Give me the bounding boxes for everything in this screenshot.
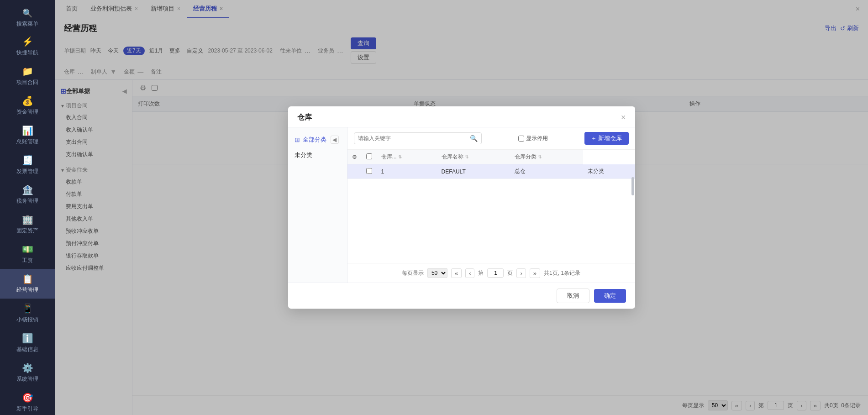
modal-page-size-label: 每页显示 — [402, 269, 424, 277]
modal-prev-page-btn[interactable]: ‹ — [465, 268, 474, 278]
row-category: 未分类 — [583, 164, 635, 179]
general-ledger-icon: 📊 — [22, 125, 33, 136]
modal-left-panel: ⊞ 全部分类 ◀ 未分类 — [288, 127, 347, 283]
operations-management-icon: 📋 — [22, 273, 33, 284]
modal-pagination: 每页显示 50 « ‹ 第 页 › » 共1页, 1条记录 — [347, 263, 635, 283]
grid-icon: ⊞ — [295, 136, 300, 143]
basic-info-icon: ℹ️ — [22, 333, 33, 344]
fixed-assets-icon: 🏢 — [22, 214, 33, 225]
modal-search-icon[interactable]: 🔍 — [470, 135, 478, 142]
sidebar-item-fixed-assets[interactable]: 🏢 固定资产 — [0, 210, 55, 239]
modal-table: ⚙ 仓库... ⇅ 仓库名称 ⇅ — [347, 150, 635, 179]
sidebar-item-system-management[interactable]: ⚙️ 系统管理 — [0, 358, 55, 388]
col-warehouse-category: 仓库分类 ⇅ — [510, 150, 583, 164]
warehouse-table-row[interactable]: 1 DEFAULT 总仓 未分类 — [347, 164, 635, 179]
new-user-guide-icon: 🎯 — [22, 392, 33, 403]
modal-all-categories[interactable]: ⊞ 全部分类 ◀ — [288, 132, 347, 147]
sidebar-item-general-ledger[interactable]: 📊 总账管理 — [0, 121, 55, 150]
modal-confirm-button[interactable]: 确定 — [594, 289, 626, 303]
modal-title: 仓库 — [297, 113, 312, 122]
system-management-icon: ⚙️ — [22, 362, 33, 373]
modal-select-all-checkbox[interactable] — [366, 153, 372, 159]
fund-management-icon: 💰 — [22, 95, 33, 106]
modal-body: ⊞ 全部分类 ◀ 未分类 🔍 — [288, 127, 635, 283]
modal-cancel-button[interactable]: 取消 — [557, 289, 589, 303]
modal-table-scroll: ⚙ 仓库... ⇅ 仓库名称 ⇅ — [347, 150, 635, 263]
modal-uncategorized[interactable]: 未分类 — [288, 147, 347, 163]
col-checkbox-header — [362, 150, 377, 164]
warehouse-modal: 仓库 × ⊞ 全部分类 ◀ 未分类 — [288, 106, 635, 309]
sidebar-item-fund-management[interactable]: 💰 资金管理 — [0, 91, 55, 121]
sidebar: 🔍 搜索菜单 ⚡ 快捷导航 📁 项目合同 💰 资金管理 📊 总账管理 🧾 发票管… — [0, 0, 55, 415]
modal-right-panel: 🔍 显示停用 ＋ 新增仓库 ⚙ — [347, 127, 635, 283]
sidebar-item-project-contract[interactable]: 📁 项目合同 — [0, 61, 55, 91]
col-warehouse-name: 仓库名称 ⇅ — [437, 150, 510, 164]
row-index: 1 — [377, 164, 437, 179]
modal-page-label: 页 — [507, 269, 513, 277]
project-contract-icon: 📁 — [22, 66, 33, 77]
sidebar-item-tax-management[interactable]: 🏦 税务管理 — [0, 180, 55, 210]
row-code: DEFAULT — [437, 164, 510, 179]
sidebar-item-payroll[interactable]: 💵 工资 — [0, 239, 55, 269]
sidebar-item-xiao-chang-marketing[interactable]: 📱 小畅报销 — [0, 299, 55, 328]
sidebar-item-new-user-guide[interactable]: 🎯 新手引导 — [0, 388, 55, 415]
search-menu-icon: 🔍 — [22, 8, 32, 18]
modal-total-records: 共1页, 1条记录 — [544, 269, 580, 277]
modal-page-label-prefix: 第 — [478, 269, 484, 277]
modal-left-collapse-btn[interactable]: ◀ — [331, 136, 339, 144]
sort-arrows-category[interactable]: ⇅ — [538, 154, 542, 159]
modal-next-page-btn[interactable]: › — [516, 268, 526, 278]
modal-first-page-btn[interactable]: « — [451, 268, 462, 278]
modal-overlay: 仓库 × ⊞ 全部分类 ◀ 未分类 — [55, 0, 868, 415]
modal-page-number-input[interactable] — [487, 268, 504, 278]
scrollbar-thumb[interactable] — [631, 177, 634, 195]
main-area: 首页 业务利润预估表 × 新增项目 × 经营历程 × × 经营历程 导出 ↺ 刷… — [55, 0, 868, 415]
modal-last-page-btn[interactable]: » — [530, 268, 540, 278]
sidebar-item-search-menu[interactable]: 🔍 搜索菜单 — [0, 5, 55, 32]
modal-header: 仓库 × — [288, 106, 635, 127]
modal-right-toolbar: 🔍 显示停用 ＋ 新增仓库 — [347, 127, 635, 150]
sidebar-item-basic-info[interactable]: ℹ️ 基础信息 — [0, 328, 55, 358]
modal-close-button[interactable]: × — [621, 113, 626, 122]
add-warehouse-button[interactable]: ＋ 新增仓库 — [584, 132, 629, 145]
show-disabled-checkbox[interactable] — [518, 136, 524, 142]
row-settings — [347, 164, 362, 179]
show-disabled-label[interactable]: 显示停用 — [518, 135, 548, 142]
invoice-management-icon: 🧾 — [22, 155, 33, 166]
sidebar-item-operations-management[interactable]: 📋 经营管理 — [0, 269, 55, 299]
sidebar-item-invoice-management[interactable]: 🧾 发票管理 — [0, 150, 55, 180]
modal-actions: 取消 确定 — [288, 283, 635, 309]
modal-search-box[interactable]: 🔍 — [354, 132, 482, 144]
tax-management-icon: 🏦 — [22, 184, 33, 195]
sort-arrows-code[interactable]: ⇅ — [398, 154, 402, 159]
row-checkbox — [362, 164, 377, 179]
col-warehouse-code: 仓库... ⇅ — [377, 150, 437, 164]
sort-arrows-name[interactable]: ⇅ — [465, 154, 468, 159]
row-select-checkbox[interactable] — [366, 168, 372, 174]
modal-search-input[interactable] — [358, 135, 470, 142]
col-settings-icon-header: ⚙ — [347, 150, 362, 164]
sidebar-item-quick-nav[interactable]: ⚡ 快捷导航 — [0, 32, 55, 61]
quick-nav-icon: ⚡ — [22, 36, 33, 47]
modal-page-size-select[interactable]: 50 — [427, 268, 447, 278]
xiao-chang-marketing-icon: 📱 — [22, 303, 33, 314]
payroll-icon: 💵 — [22, 244, 33, 255]
row-name: 总仓 — [510, 164, 583, 179]
